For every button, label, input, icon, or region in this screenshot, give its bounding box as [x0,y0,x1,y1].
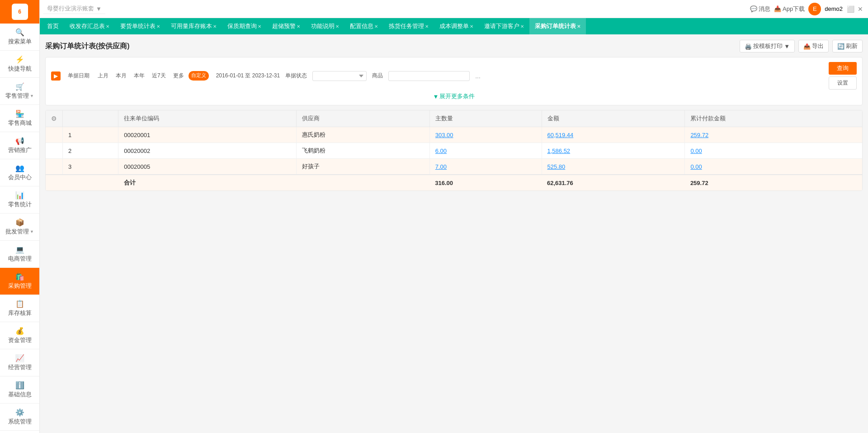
row-paid-amount[interactable]: 0.00 [685,143,862,159]
settings-button[interactable]: 设置 [829,76,857,90]
row-amount[interactable]: 525.80 [542,159,685,175]
status-select[interactable] [312,71,367,81]
sidebar-item-ecommerce[interactable]: 💻 电商管理 [0,241,39,268]
sidebar-item-label: 零售统计 [8,200,32,209]
wholesale-icon: 📦 [15,218,24,227]
message-btn[interactable]: 💬 消息 [750,5,770,13]
sidebar: 6 🔍 搜索菜单 ⚡ 快捷导航 🛒 零售管理 ▼ 🏪 零售商城 📢 营销推广 👥… [0,0,40,433]
row-main-qty[interactable]: 6.00 [429,143,542,159]
sidebar-item-search[interactable]: 🔍 搜索菜单 [0,24,39,51]
sidebar-item-basic-info[interactable]: ℹ️ 基础信息 [0,376,39,404]
sidebar-item-quick-nav[interactable]: ⚡ 快捷导航 [0,51,39,78]
date-shortcuts: 上月 本月 本年 近7天 更多 自定义 [95,71,209,81]
secnav-tab-pick-task[interactable]: 拣货任务管理 ✕ [383,18,434,34]
date-btn-this-year[interactable]: 本年 [131,71,147,81]
row-unit-code: 00020005 [118,159,297,175]
date-btn-more[interactable]: 更多 [170,71,187,81]
expand-label: 展开更多条件 [439,92,475,100]
goods-more-icon[interactable]: ... [475,72,481,80]
avatar[interactable]: E [808,3,821,15]
close-icon[interactable]: ✕ [156,24,160,29]
date-filter-label: 单据日期 [68,72,90,80]
home-label: 首页 [47,22,59,30]
secnav-tab-label: 成本调整单 [439,22,469,30]
row-amount[interactable]: 60,519.44 [542,127,685,143]
th-unit-code: 往来单位编码 [118,110,297,127]
chevron-down-icon: ▼ [30,229,34,234]
secnav-tab-order-stats[interactable]: 要货单统计表 ✕ [115,18,165,34]
sidebar-item-inventory[interactable]: 📋 库存核算 [0,295,39,322]
breadcrumb-text: 母婴行业演示账套 [47,5,94,13]
sidebar-item-member[interactable]: 👥 会员中心 [0,159,39,186]
custom-date-tag[interactable]: 自定义 [189,71,209,81]
close-icon[interactable]: ✕ [258,24,261,29]
close-icon[interactable]: ✕ [297,24,300,29]
expand-filter-btn[interactable]: ▼ 展开更多条件 [433,92,475,100]
secnav-tab-invite[interactable]: 邀请下游客户 ✕ [479,18,529,34]
date-btn-7days[interactable]: 近7天 [149,71,169,81]
table-footer: 合计 316.00 62,631.76 259.72 [46,175,862,190]
close-icon[interactable]: ✕ [374,24,378,29]
column-settings-icon[interactable]: ⚙ [51,115,57,122]
template-print-button[interactable]: 🖨️ 按模板打印 ▼ [740,40,795,52]
close-icon[interactable]: ✕ [470,24,473,29]
secnav-tab-config[interactable]: 配置信息 ✕ [344,18,383,34]
content-area: 采购订单统计表(按供应商) 🖨️ 按模板打印 ▼ 📤 导出 🔄 刷新 [40,34,868,433]
row-amount[interactable]: 1,586.52 [542,143,685,159]
sidebar-item-purchase[interactable]: 🛍️ 采购管理 [0,268,39,295]
date-btn-last-month[interactable]: 上月 [95,71,111,81]
close-icon[interactable]: ✕ [520,24,524,29]
download-icon: 📥 [774,5,781,12]
secnav-home[interactable]: 首页 [42,18,64,34]
retail-shop-icon: 🏪 [15,109,24,118]
sidebar-item-retail-shop[interactable]: 🏪 零售商城 [0,105,39,132]
query-button[interactable]: 查询 [829,62,857,75]
row-main-qty[interactable]: 303.00 [429,127,542,143]
close-icon[interactable]: ✕ [425,24,429,29]
sidebar-item-system[interactable]: ⚙️ 系统管理 [0,404,39,431]
row-main-qty[interactable]: 7.00 [429,159,542,175]
sidebar-item-marketing[interactable]: 📢 营销推广 [0,132,39,159]
secnav-tab-purchase-summary[interactable]: 采购订单统计表 ✕ [529,18,586,34]
close-icon[interactable]: ✕ [577,24,580,29]
date-btn-this-month[interactable]: 本月 [113,71,129,81]
secnav-tab-cost-adjust[interactable]: 成本调整单 ✕ [434,18,479,34]
row-paid-amount[interactable]: 259.72 [685,127,862,143]
basic-info-icon: ℹ️ [15,381,24,390]
footer-amount-cell: 62,631.76 [542,175,685,190]
secnav-tab-label: 保质期查询 [227,22,257,30]
message-icon: 💬 [750,5,757,12]
sidebar-item-finance[interactable]: 💰 资金管理 [0,322,39,349]
logo-icon: 6 [12,4,28,20]
app-download-btn[interactable]: 📥 App下载 [774,5,805,13]
page-title: 采购订单统计表(按供应商) [45,42,130,51]
secnav-tab-expiry[interactable]: 保质期查询 ✕ [222,18,267,34]
secnav-tab-receive-summary[interactable]: 收发存汇总表 ✕ [64,18,115,34]
sidebar-item-retail-mgmt[interactable]: 🛒 零售管理 ▼ [0,78,39,105]
status-label: 单据状态 [285,72,307,80]
sidebar-item-retail-stats[interactable]: 📊 零售统计 [0,186,39,214]
table-body: 1 00020001 惠氏奶粉 303.00 60,519.44 259.72 … [46,127,862,175]
row-supplier: 好孩子 [297,159,430,175]
window-controls: ⬜ ✕ [846,5,864,13]
row-seq: 1 [63,127,118,143]
secnav-tab-func-desc[interactable]: 功能说明 ✕ [306,18,344,34]
close-icon[interactable]: ✕ [213,24,217,29]
secnav-tab-available-stock[interactable]: 可用量库存账本 ✕ [165,18,222,34]
date-range-display: 2016-01-01 至 2023-12-31 [216,72,280,80]
window-restore-btn[interactable]: ⬜ [846,5,854,13]
close-icon[interactable]: ✕ [106,24,109,29]
close-icon[interactable]: ✕ [335,24,339,29]
row-paid-amount[interactable]: 0.00 [685,159,862,175]
window-close-btn[interactable]: ✕ [856,5,864,13]
sidebar-item-wholesale[interactable]: 📦 批发管理 ▼ [0,214,39,241]
goods-input[interactable] [388,71,470,81]
filter-toggle-btn[interactable]: ▶ [51,71,61,81]
th-supplier: 供应商 [297,110,430,127]
secnav-tab-overstock[interactable]: 超储预警 ✕ [267,18,306,34]
th-seq [63,110,118,127]
export-button[interactable]: 📤 导出 [798,40,829,52]
refresh-button[interactable]: 🔄 刷新 [832,40,863,52]
sidebar-item-enterprise[interactable]: 🤝 企业协同 [0,431,39,433]
sidebar-item-business[interactable]: 📈 经营管理 [0,349,39,376]
